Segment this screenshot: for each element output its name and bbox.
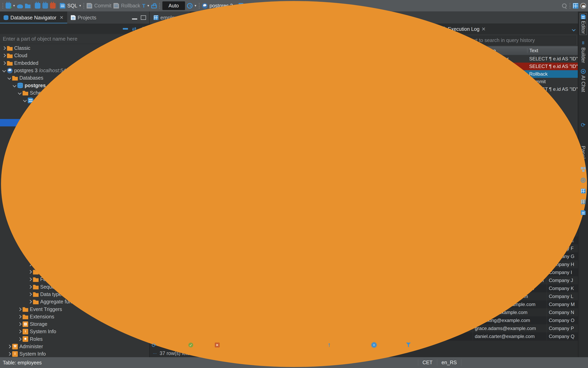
lock-icon[interactable] bbox=[151, 5, 157, 9]
chevron-down-icon[interactable] bbox=[18, 91, 21, 95]
tree-item-administer[interactable]: ⚒Administer bbox=[0, 343, 149, 350]
tree-item-label: postgres bbox=[25, 83, 46, 88]
disconnect-icon[interactable] bbox=[50, 3, 55, 9]
navigator-toolbar: ⇄ ⋮ bbox=[0, 24, 149, 34]
export-icon[interactable]: ⭡ bbox=[327, 343, 331, 347]
transaction-log-caret[interactable]: ▾ bbox=[195, 4, 196, 8]
schemas-folder-icon bbox=[23, 90, 28, 96]
chevron-right-icon[interactable] bbox=[2, 54, 6, 57]
system-info-icon: i bbox=[23, 329, 28, 334]
cell-email[interactable]: grace.adams@example.com bbox=[473, 324, 547, 332]
col-text[interactable]: Text bbox=[527, 48, 578, 53]
new-connection-caret[interactable]: ▾ bbox=[13, 4, 15, 8]
cell-company[interactable]: Company M bbox=[547, 300, 578, 308]
transaction-caret[interactable]: ▾ bbox=[147, 4, 149, 8]
chevron-down-icon[interactable] bbox=[572, 28, 575, 31]
database-folder-icon bbox=[12, 75, 18, 81]
tree-item-label: Extensions bbox=[30, 314, 54, 320]
open-folder-icon[interactable] bbox=[25, 3, 31, 9]
tab-label: Builder bbox=[580, 47, 586, 63]
minimize-icon[interactable] bbox=[132, 18, 137, 20]
metadata-panel-icon[interactable] bbox=[581, 189, 586, 193]
cell-email[interactable]: daniel.carter@example.com bbox=[473, 332, 547, 340]
global-search-icon[interactable] bbox=[562, 3, 567, 9]
tree-item-roles[interactable]: ☻Roles bbox=[0, 335, 149, 343]
projects-icon bbox=[71, 15, 76, 20]
roles-icon: ☻ bbox=[23, 336, 28, 342]
chevron-right-icon[interactable] bbox=[28, 300, 32, 304]
chevron-down-icon[interactable] bbox=[7, 76, 11, 80]
refresh-icon[interactable]: ⟳ bbox=[152, 343, 156, 347]
chevron-down-icon[interactable] bbox=[23, 99, 27, 102]
tree-item-label: Embedded bbox=[14, 60, 38, 66]
tree-item-label: Storage bbox=[30, 321, 47, 327]
cloud-connection-icon[interactable] bbox=[17, 4, 23, 9]
chevron-right-icon[interactable] bbox=[28, 278, 32, 281]
toolbar-grip bbox=[2, 3, 4, 9]
tree-item-system-info[interactable]: iSystem Info bbox=[0, 350, 149, 357]
tab-label: AI Chat bbox=[580, 75, 586, 92]
cell-company[interactable]: Company K bbox=[547, 285, 578, 292]
dbeaver-logo-icon[interactable] bbox=[580, 3, 586, 9]
maximize-icon[interactable] bbox=[141, 15, 146, 20]
toolbar-grip bbox=[83, 3, 85, 9]
statusbar-locale[interactable]: en_RS bbox=[437, 359, 461, 366]
database-folder-icon bbox=[7, 53, 13, 58]
grid-settings-icon[interactable] bbox=[372, 343, 377, 347]
chevron-right-icon[interactable] bbox=[18, 315, 21, 318]
tab-projects[interactable]: Projects bbox=[67, 12, 100, 24]
transaction-log-icon[interactable] bbox=[187, 3, 193, 9]
commit-mode-dropdown[interactable]: Auto bbox=[162, 1, 185, 10]
chevron-right-icon[interactable] bbox=[28, 270, 32, 274]
cell-company[interactable]: Company Q bbox=[547, 332, 578, 340]
grouping-panel-icon[interactable] bbox=[581, 199, 586, 204]
chevron-right-icon[interactable] bbox=[2, 61, 6, 65]
toolbar-grip bbox=[569, 3, 571, 9]
tab-editor-vertical[interactable]: Editor bbox=[580, 14, 587, 35]
chevron-right-icon[interactable] bbox=[28, 292, 32, 296]
chevron-right-icon[interactable] bbox=[18, 322, 21, 326]
sql-menu-caret[interactable]: ▾ bbox=[79, 4, 81, 8]
calculator-panel-icon[interactable] bbox=[581, 167, 586, 172]
chevron-down-icon[interactable] bbox=[2, 69, 6, 72]
sql-editor-icon[interactable] bbox=[60, 3, 65, 9]
radio-selector-icon[interactable] bbox=[170, 166, 175, 171]
chevron-down-icon[interactable] bbox=[13, 83, 16, 87]
cell-company[interactable]: Company L bbox=[547, 292, 578, 300]
refresh-panel-icon[interactable]: ⟳ bbox=[580, 122, 586, 128]
cell-company[interactable]: Company J bbox=[547, 276, 578, 285]
tab-ai-chat-vertical[interactable]: AI Chat bbox=[580, 69, 586, 92]
cell-company[interactable]: Company P bbox=[547, 324, 578, 332]
perspective-icon[interactable] bbox=[573, 3, 579, 9]
row-selector-header[interactable] bbox=[168, 164, 179, 172]
chevron-right-icon[interactable] bbox=[18, 330, 21, 333]
chevron-right-icon[interactable] bbox=[2, 46, 6, 50]
commit-button[interactable]: Commit bbox=[94, 3, 111, 9]
folder-icon bbox=[33, 299, 39, 305]
result-grid: 123ID▼A-ZEmployee Name▼A-ZStreet▼A-ZCity… bbox=[159, 164, 578, 340]
transaction-filter-icon[interactable]: T bbox=[142, 3, 145, 9]
new-connection-icon[interactable] bbox=[6, 3, 11, 9]
sql-menu[interactable]: SQL bbox=[67, 3, 77, 9]
save-icon: ✓ bbox=[188, 343, 193, 347]
tab-database-navigator[interactable]: Database Navigator ✕ bbox=[0, 12, 67, 24]
chevron-right-icon[interactable] bbox=[28, 285, 32, 289]
connect-icon[interactable] bbox=[35, 3, 40, 9]
tree-item-label: Classic bbox=[14, 45, 30, 51]
chevron-right-icon[interactable] bbox=[7, 352, 11, 356]
value-viewer-icon[interactable] bbox=[581, 178, 586, 183]
rollback-button[interactable]: Rollback bbox=[121, 3, 140, 9]
close-icon[interactable]: ✕ bbox=[60, 15, 64, 20]
references-panel-icon[interactable] bbox=[581, 210, 586, 215]
collapse-all-icon[interactable] bbox=[123, 28, 128, 30]
results-panel: employees 1 ✕ <›T SELECT e.id AS "ID", e… bbox=[150, 143, 578, 357]
chevron-right-icon[interactable] bbox=[7, 345, 11, 348]
chevron-right-icon[interactable] bbox=[18, 337, 21, 341]
tab-builder-vertical[interactable]: ⠿ Builder bbox=[580, 41, 586, 63]
reconnect-icon[interactable] bbox=[42, 3, 48, 9]
close-icon[interactable]: ✕ bbox=[481, 26, 486, 32]
chevron-right-icon[interactable] bbox=[18, 307, 21, 311]
cell-company[interactable]: Company N bbox=[547, 308, 578, 316]
cell-company[interactable]: Company O bbox=[547, 316, 578, 324]
statusbar-timezone[interactable]: CET bbox=[418, 359, 437, 366]
